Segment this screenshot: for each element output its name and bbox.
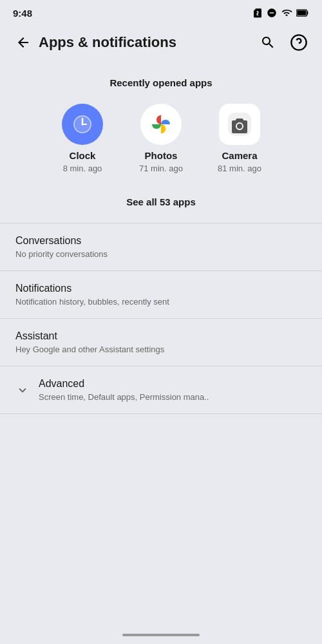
divider-5 xyxy=(0,413,322,414)
menu-list: Conversations No priority conversations … xyxy=(0,223,322,414)
app-item-photos[interactable]: Photos 71 min. ago xyxy=(132,104,190,173)
search-icon xyxy=(260,35,276,50)
notifications-title: Notifications xyxy=(15,283,307,294)
back-button[interactable] xyxy=(10,30,36,55)
recent-apps-header: Recently opened apps xyxy=(0,62,322,99)
clock-app-icon xyxy=(62,104,103,145)
advanced-chevron-icon xyxy=(13,381,32,400)
advanced-item[interactable]: Advanced Screen time, Default apps, Perm… xyxy=(0,366,322,413)
app-item-camera[interactable]: Camera 81 min. ago xyxy=(211,104,269,173)
back-arrow-icon xyxy=(15,35,31,50)
photos-app-time: 71 min. ago xyxy=(139,164,183,173)
conversations-item[interactable]: Conversations No priority conversations xyxy=(0,223,322,270)
app-item-clock[interactable]: Clock 8 min. ago xyxy=(53,104,111,173)
help-button[interactable] xyxy=(286,30,312,55)
advanced-title: Advanced xyxy=(39,378,307,390)
notifications-subtitle: Notification history, bubbles, recently … xyxy=(15,297,307,307)
advanced-subtitle: Screen time, Default apps, Permission ma… xyxy=(39,392,307,402)
see-all-apps-link[interactable]: See all 53 apps xyxy=(0,189,322,223)
app-bar: Apps & notifications xyxy=(0,23,322,62)
sim-icon xyxy=(252,8,263,18)
svg-point-10 xyxy=(82,124,84,126)
notifications-item[interactable]: Notifications Notification history, bubb… xyxy=(0,271,322,318)
help-icon xyxy=(290,33,308,52)
photos-app-icon xyxy=(140,104,182,145)
page-title: Apps & notifications xyxy=(39,34,255,51)
camera-app-time: 81 min. ago xyxy=(218,164,261,173)
svg-rect-1 xyxy=(307,12,308,15)
search-button[interactable] xyxy=(255,30,281,55)
content: Recently opened apps Clock 8 min. ago xyxy=(0,62,322,427)
conversations-subtitle: No priority conversations xyxy=(15,249,307,259)
svg-point-12 xyxy=(237,124,242,129)
clock-app-time: 8 min. ago xyxy=(63,164,102,173)
assistant-subtitle: Hey Google and other Assistant settings xyxy=(15,345,307,354)
clock-app-name: Clock xyxy=(70,150,96,161)
status-icons xyxy=(252,8,309,18)
home-indicator xyxy=(122,634,200,636)
camera-app-icon xyxy=(219,104,260,145)
svg-rect-2 xyxy=(297,10,306,15)
battery-icon xyxy=(296,8,309,17)
clock-svg xyxy=(70,112,95,137)
app-bar-actions xyxy=(255,30,312,55)
status-bar: 9:48 xyxy=(0,0,322,23)
recent-apps-list: Clock 8 min. ago Photos 71 min. ago xyxy=(0,99,322,189)
photos-svg xyxy=(148,111,174,137)
do-not-disturb-icon xyxy=(267,8,277,18)
assistant-item[interactable]: Assistant Hey Google and other Assistant… xyxy=(0,319,322,366)
camera-svg xyxy=(228,113,251,136)
wifi-icon xyxy=(281,8,292,18)
assistant-title: Assistant xyxy=(15,330,307,342)
status-time: 9:48 xyxy=(13,8,32,19)
photos-app-name: Photos xyxy=(145,150,178,161)
camera-app-name: Camera xyxy=(222,150,257,161)
conversations-title: Conversations xyxy=(15,235,307,247)
